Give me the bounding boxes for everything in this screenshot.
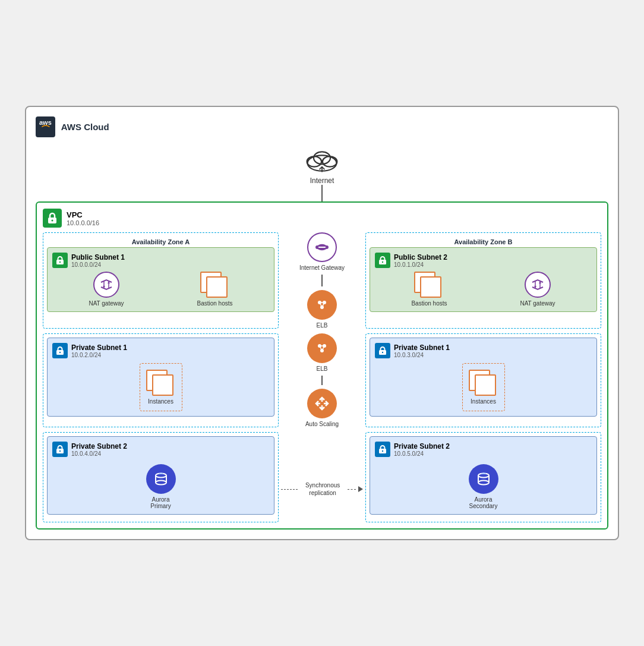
instances-a-group-wrapper: Instances xyxy=(52,363,269,411)
bastion-hosts-b: Bastion hosts xyxy=(411,272,447,307)
private-subnet-2a-lock xyxy=(52,442,68,457)
auto-scaling-label: Auto Scaling xyxy=(305,421,339,427)
vpc-icon xyxy=(43,209,62,228)
igw-to-elb-line xyxy=(321,275,323,286)
vpc-container: VPC 10.0.0.0/16 Availability Zone A xyxy=(36,201,608,530)
replication-connector: Synchronous replication xyxy=(281,481,363,497)
public-subnet-2-header: Public Subnet 2 10.0.1.0/24 xyxy=(375,253,592,268)
instances-b-label: Instances xyxy=(471,398,496,405)
instances-a-label: Instances xyxy=(148,398,173,405)
bastion-hosts-a: Bastion hosts xyxy=(197,272,232,307)
nat-gateway-b-label: NAT gateway xyxy=(520,300,555,307)
internet-line xyxy=(36,185,608,201)
private-subnet-2a-cidr: 10.0.4.0/24 xyxy=(71,450,127,457)
aurora-primary-svg xyxy=(153,471,169,487)
private-subnet-1a: Private Subnet 1 10.0.2.0/24 Instances xyxy=(47,338,274,417)
svg-point-8 xyxy=(59,261,61,263)
zone-a-private1: Private Subnet 1 10.0.2.0/24 Instances xyxy=(43,333,279,427)
internet-label: Internet xyxy=(310,177,334,185)
private-subnet-2b-cidr: 10.0.5.0/24 xyxy=(394,450,450,457)
nat-gateway-icon xyxy=(93,272,119,298)
nat-gateway-a: NAT gateway xyxy=(89,272,124,307)
center-public-col: Internet Gateway ELB xyxy=(283,232,361,329)
aurora-secondary-label: AuroraSecondary xyxy=(469,496,498,509)
nat-icon-svg xyxy=(99,278,113,292)
igw-label: Internet Gateway xyxy=(299,264,345,271)
zone-a-label: Availability Zone A xyxy=(47,237,274,247)
internet-icon: Internet xyxy=(301,144,343,185)
elb-private-label: ELB xyxy=(317,365,328,372)
auto-scaling-icon-svg xyxy=(314,396,330,411)
vpc-info: VPC 10.0.0.0/16 xyxy=(67,210,99,226)
instances-a-icon xyxy=(146,370,176,396)
nat-b-icon-svg xyxy=(531,278,545,292)
aws-header: aws ⁀ AWS Cloud xyxy=(36,116,608,137)
private-subnet-2b-lock xyxy=(375,442,390,457)
aurora-primary-box: AuroraPrimary xyxy=(146,464,176,509)
private-subnet-2b-info: Private Subnet 2 10.0.5.0/24 xyxy=(394,442,450,457)
bastion-hosts-b-label: Bastion hosts xyxy=(411,300,447,307)
public-subnet-2-title: Public Subnet 2 xyxy=(394,253,447,261)
svg-point-27 xyxy=(59,352,61,353)
aurora-primary-label: AuroraPrimary xyxy=(150,496,171,509)
zone-a-private2: Private Subnet 2 10.0.4.0/24 xyxy=(43,432,279,522)
public-subnet-1-title: Public Subnet 1 xyxy=(71,253,125,261)
private-subnet-1b-lock xyxy=(375,343,390,358)
private2-subnets-row: Private Subnet 2 10.0.4.0/24 xyxy=(43,432,601,522)
replication-arrow xyxy=(358,486,363,492)
private-subnet-1a-header: Private Subnet 1 10.0.2.0/24 xyxy=(52,343,269,358)
igw-icon-svg xyxy=(314,239,330,256)
lock-icon-6 xyxy=(378,445,387,454)
replication-dash-left xyxy=(281,489,298,490)
replication-dash-right xyxy=(348,489,356,490)
private-subnet-1b-info: Private Subnet 1 10.0.3.0/24 xyxy=(394,344,450,358)
aurora-secondary-svg xyxy=(475,471,492,487)
bastion-b-icon xyxy=(414,272,444,298)
elb-icon-svg xyxy=(314,297,330,313)
nat-gateway-b: NAT gateway xyxy=(520,272,555,307)
elb-public-icon xyxy=(307,290,337,320)
zone-b-private2: Private Subnet 2 10.0.5.0/24 xyxy=(365,432,601,522)
public-subnet-1-lock xyxy=(52,253,68,268)
svg-point-37 xyxy=(59,450,61,452)
diagram-wrapper: aws ⁀ AWS Cloud Internet xyxy=(25,106,619,540)
private-subnet-2b-title: Private Subnet 2 xyxy=(394,442,450,450)
private-subnet-2b-header: Private Subnet 2 10.0.5.0/24 xyxy=(375,442,592,457)
center-private1-col: ELB xyxy=(283,333,361,427)
private-subnet-1a-info: Private Subnet 1 10.0.2.0/24 xyxy=(71,344,127,358)
bastion-icon xyxy=(200,272,230,298)
aurora-secondary-icon xyxy=(469,464,498,494)
igw-box: Internet Gateway xyxy=(299,232,345,271)
zone-b-label: Availability Zone B xyxy=(370,237,597,247)
private1-subnets-row: Private Subnet 1 10.0.2.0/24 Instances xyxy=(43,333,601,427)
vpc-cidr: 10.0.0.0/16 xyxy=(67,219,99,226)
zone-b-private1: Private Subnet 1 10.0.3.0/24 Instances xyxy=(365,333,601,427)
svg-point-46 xyxy=(382,450,383,452)
private-subnet-1b: Private Subnet 1 10.0.3.0/24 Instances xyxy=(370,338,597,417)
bastion-hosts-a-label: Bastion hosts xyxy=(197,300,232,307)
private-subnet-2a-header: Private Subnet 2 10.0.4.0/24 xyxy=(52,442,269,457)
aws-logo: aws ⁀ xyxy=(36,116,55,137)
instances-b-icon xyxy=(469,370,498,396)
public-subnet-2: Public Subnet 2 10.0.1.0/24 Bastion host… xyxy=(370,247,597,312)
public-subnet-1-cidr: 10.0.0.0/24 xyxy=(71,261,125,268)
svg-line-53 xyxy=(485,473,485,474)
instances-b-group: Instances xyxy=(462,363,505,411)
aurora-primary-icon xyxy=(146,464,176,494)
svg-rect-13 xyxy=(316,246,328,248)
svg-line-43 xyxy=(159,473,160,474)
instances-a-group: Instances xyxy=(140,363,182,411)
zone-b-public: Availability Zone B Public Subnet 2 xyxy=(365,232,601,329)
private-subnet-1a-title: Private Subnet 1 xyxy=(71,344,127,352)
svg-line-52 xyxy=(482,473,482,474)
private-subnet-1b-title: Private Subnet 1 xyxy=(394,344,450,352)
private-subnet-2a-title: Private Subnet 2 xyxy=(71,442,127,450)
elb-to-as-line xyxy=(321,376,323,385)
elb-public-label: ELB xyxy=(317,322,328,329)
vpc-header: VPC 10.0.0.0/16 xyxy=(43,209,601,228)
svg-line-44 xyxy=(162,473,163,474)
public-subnet-1-info: Public Subnet 1 10.0.0.0/24 xyxy=(71,253,125,268)
lock-icon-4 xyxy=(378,346,387,355)
center-private2-col: Synchronous replication xyxy=(283,432,361,522)
nat-gateway-b-icon xyxy=(525,272,551,298)
